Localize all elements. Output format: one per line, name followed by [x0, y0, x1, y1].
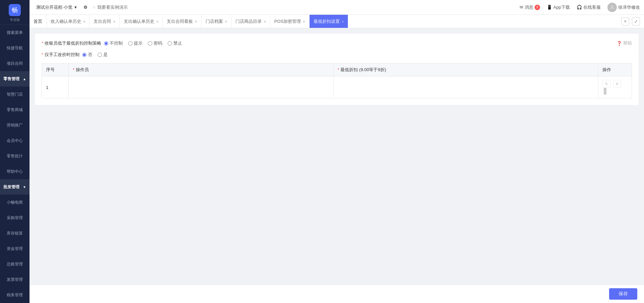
customer-service-button[interactable]: 🎧 在线客服 — [577, 4, 601, 10]
sidebar-item-purchase[interactable]: 采购管理 — [0, 210, 30, 225]
radio-forbid-label: 禁止 — [173, 40, 182, 46]
radio-password-label: 密码 — [154, 40, 162, 46]
sidebar-item-search[interactable]: 搜索菜单 — [0, 25, 30, 40]
sidebar-item-member[interactable]: 会员中心 — [0, 133, 30, 148]
service-icon: 🎧 — [577, 5, 582, 10]
gear-icon[interactable]: ⚙ — [84, 5, 88, 10]
radio-yes[interactable]: 是 — [98, 52, 108, 58]
tab-store-profile[interactable]: 门店档案 × — [202, 15, 231, 28]
manual-price-row: * 仅手工改价时控制 否 是 — [42, 52, 632, 58]
table-row: 1 ✎ ✕ — [42, 77, 632, 98]
sidebar-item-label: 批发管理 — [3, 184, 19, 190]
user-name: 徐泽华修改 — [618, 4, 640, 10]
app-download-label: App下载 — [553, 4, 570, 10]
tab-label: 支出合同看板 — [167, 18, 193, 24]
close-icon[interactable]: × — [83, 19, 85, 23]
edit-row-button[interactable]: ✎ — [602, 80, 610, 88]
sidebar-item-label: 搜索菜单 — [7, 30, 23, 36]
radio-no-control-input[interactable] — [104, 41, 108, 46]
radio-forbid-input[interactable] — [168, 41, 172, 46]
project-selector[interactable]: 测试分开花程·小觉 ▾ — [34, 3, 79, 12]
radio-no-control-label: 不控制 — [110, 40, 123, 46]
drag-handle[interactable] — [604, 88, 606, 95]
radio-no[interactable]: 否 — [82, 52, 92, 58]
tab-pay-confirm[interactable]: 支出确认单历史 × — [120, 15, 163, 28]
sidebar-section-wholesale[interactable]: 批发管理 ▼ — [0, 179, 30, 195]
close-icon[interactable]: × — [342, 19, 344, 23]
help-label: 帮助 — [623, 40, 632, 46]
radio-prompt-input[interactable] — [128, 41, 132, 46]
tab-label: 支出合同 — [94, 18, 111, 24]
close-icon[interactable]: × — [113, 19, 115, 23]
tab-store-goods[interactable]: 门店商品目录 × — [231, 15, 270, 28]
sidebar-item-tax[interactable]: 税务管理 — [0, 287, 30, 303]
sidebar-item-ecommerce[interactable]: 小畅电商 — [0, 195, 30, 210]
sidebar-item-label: 营销推广 — [7, 122, 23, 128]
col-seq: 序号 — [42, 63, 69, 77]
sidebar-item-invoice[interactable]: 发票管理 — [0, 272, 30, 287]
tab-min-discount[interactable]: 最低折扣设置 × — [310, 15, 348, 28]
close-icon[interactable]: × — [303, 19, 305, 23]
sidebar-item-shortcut[interactable]: 快捷导航 — [0, 40, 30, 56]
operator-input[interactable] — [73, 85, 329, 90]
sidebar-item-retail-stats[interactable]: 零售统计 — [0, 148, 30, 164]
sidebar-item-retail-mall[interactable]: 零售商城 — [0, 102, 30, 117]
sidebar-item-smart-store[interactable]: 智慧门店 — [0, 87, 30, 102]
radio-password-input[interactable] — [148, 41, 152, 46]
radio-prompt-label: 提示 — [134, 40, 143, 46]
sidebar-item-ledger[interactable]: 总账管理 — [0, 256, 30, 272]
min-discount-input[interactable] — [338, 85, 594, 90]
sidebar-item-label: 零售商城 — [7, 107, 23, 113]
discount-policy-label: * 收银员低于最低折扣控制策略 — [42, 40, 101, 46]
save-button[interactable]: 保存 — [609, 288, 637, 300]
tab-income-confirm[interactable]: 收入确认单历史 × — [47, 15, 90, 28]
main-content: 测试分开花程·小觉 ▾ ⚙ ○ 我要看实例演示 ✉ 消息 8 📱 App下载 🎧… — [30, 0, 644, 303]
demo-link[interactable]: ○ 我要看实例演示 — [93, 4, 128, 10]
help-link[interactable]: ❓ 帮助 — [616, 40, 632, 46]
radio-yes-input[interactable] — [98, 53, 102, 57]
manual-price-label: * 仅手工改价时控制 — [42, 52, 79, 58]
radio-forbid[interactable]: 禁止 — [168, 40, 182, 46]
sidebar-item-finance[interactable]: 资金管理 — [0, 241, 30, 256]
page-footer: 保存 — [30, 285, 644, 303]
tabbar: 首页 收入确认单历史 × 支出合同 × 支出确认单历史 × 支出合同看板 × 门… — [30, 15, 644, 28]
tab-label: 首页 — [34, 18, 42, 24]
sidebar-item-help[interactable]: 帮助中心 — [0, 164, 30, 179]
tab-pay-contract-board[interactable]: 支出合同看板 × — [163, 15, 201, 28]
chevron-icon: ▼ — [23, 185, 26, 189]
tab-label: POS加密管理 — [274, 18, 301, 24]
radio-no-input[interactable] — [82, 53, 87, 57]
radio-prompt[interactable]: 提示 — [128, 40, 143, 46]
sidebar-item-label: 项目合同 — [7, 61, 23, 66]
tab-label: 最低折扣设置 — [314, 18, 340, 24]
app-logo: 畅 专业版 — [0, 0, 30, 25]
sidebar-item-label: 税务管理 — [7, 292, 23, 298]
sidebar-item-marketing[interactable]: 营销推广 — [0, 117, 30, 133]
sidebar-item-label: 智慧门店 — [7, 92, 23, 97]
cell-operator[interactable] — [69, 77, 334, 98]
sidebar-item-inventory[interactable]: 库存核算 — [0, 225, 30, 241]
cell-min-discount[interactable] — [333, 77, 598, 98]
radio-password[interactable]: 密码 — [148, 40, 162, 46]
close-icon[interactable]: × — [195, 19, 197, 23]
app-download-button[interactable]: 📱 App下载 — [547, 4, 570, 10]
delete-row-button[interactable]: ✕ — [613, 80, 621, 88]
tab-home[interactable]: 首页 — [30, 15, 47, 28]
radio-no-control[interactable]: 不控制 — [104, 40, 123, 46]
col-actions: 操作 — [598, 63, 632, 77]
close-icon[interactable]: × — [156, 19, 158, 23]
notifications-button[interactable]: ✉ 消息 8 — [520, 4, 540, 10]
tab-pay-contract[interactable]: 支出合同 × — [90, 15, 119, 28]
maximize-tab-button[interactable]: ⤢ — [632, 17, 640, 26]
close-icon[interactable]: × — [225, 19, 227, 23]
radio-yes-label: 是 — [103, 52, 108, 58]
tab-pos-encrypt[interactable]: POS加密管理 × — [270, 15, 310, 28]
notifications-label: 消息 — [525, 4, 533, 10]
sidebar-item-project[interactable]: 项目合同 — [0, 56, 30, 71]
chevron-icon: ▲ — [23, 77, 26, 81]
sidebar-section-retail[interactable]: 零售管理 ▲ — [0, 71, 30, 87]
customer-service-label: 在线客服 — [583, 4, 601, 10]
close-icon[interactable]: × — [264, 19, 266, 23]
user-menu[interactable]: 人 徐泽华修改 — [607, 3, 640, 12]
close-tab-button[interactable]: × — [621, 17, 629, 26]
